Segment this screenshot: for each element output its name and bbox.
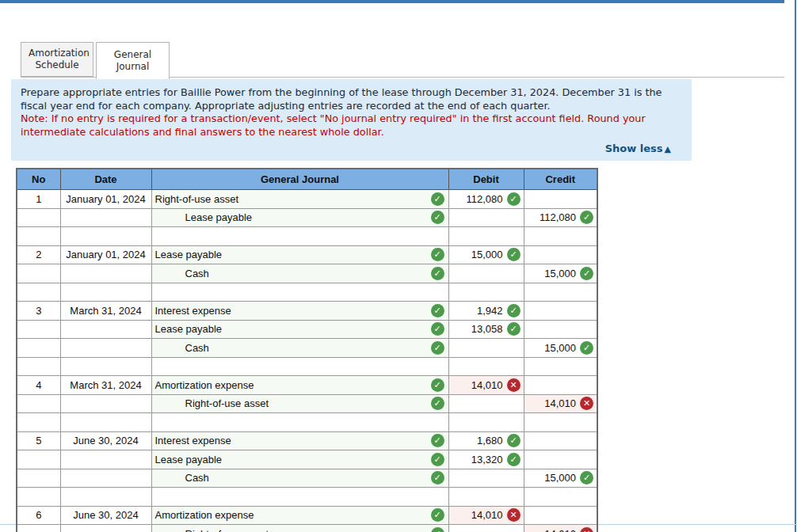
correct-icon: ✓ xyxy=(431,508,444,522)
empty-cell xyxy=(151,227,448,246)
empty-cell xyxy=(448,357,524,376)
account-field[interactable]: Lease payable✓ xyxy=(151,320,448,339)
credit-field[interactable]: 15,000✓ xyxy=(524,469,597,488)
entry-date xyxy=(60,469,151,488)
correct-icon: ✓ xyxy=(507,453,521,466)
account-field[interactable]: Interest expense✓ xyxy=(151,302,448,321)
spacer-row xyxy=(17,227,597,246)
journal-row: 4March 31, 2024Amortization expense✓14,0… xyxy=(17,376,597,395)
account-field-content: Amortization expense✓ xyxy=(152,378,448,392)
debit-field[interactable]: 14,010✕ xyxy=(448,376,524,395)
empty-cell xyxy=(17,357,60,376)
column-header-credit: Credit xyxy=(524,169,597,190)
entry-number xyxy=(17,320,60,339)
credit-field[interactable]: 15,000✓ xyxy=(524,264,597,283)
empty-cell xyxy=(60,488,151,507)
debit-field[interactable]: 13,320✓ xyxy=(448,450,524,469)
account-field[interactable]: Cash✓ xyxy=(151,339,448,358)
debit-value-wrap: 14,010✕ xyxy=(449,508,524,522)
debit-field-empty xyxy=(448,394,524,413)
debit-field[interactable]: 14,010✕ xyxy=(448,506,524,525)
empty-cell xyxy=(524,227,597,246)
account-field[interactable]: Lease payable✓ xyxy=(151,245,448,264)
correct-icon: ✓ xyxy=(431,397,444,410)
account-field[interactable]: Right-of-use asset✓ xyxy=(151,190,448,209)
entry-number xyxy=(17,264,60,283)
tab-amortization-schedule[interactable]: Amortization Schedule xyxy=(21,42,93,77)
incorrect-icon: ✕ xyxy=(580,527,593,532)
account-field[interactable]: Interest expense✓ xyxy=(151,431,448,450)
debit-field[interactable]: 1,680✓ xyxy=(448,431,524,450)
credit-field[interactable]: 15,000✓ xyxy=(524,339,597,358)
empty-cell xyxy=(524,283,597,302)
account-field[interactable]: Cash✓ xyxy=(151,264,448,283)
debit-amount: 112,080 xyxy=(466,193,502,205)
spacer-row xyxy=(17,413,597,432)
journal-row: 5June 30, 2024Interest expense✓1,680✓ xyxy=(17,431,597,450)
journal-row: Cash✓15,000✓ xyxy=(17,469,597,488)
empty-cell xyxy=(524,413,597,432)
empty-cell xyxy=(60,357,151,376)
account-field[interactable]: Amortization expense✓ xyxy=(151,376,448,395)
correct-icon: ✓ xyxy=(507,322,521,336)
debit-field[interactable]: 15,000✓ xyxy=(448,245,524,264)
entry-date xyxy=(60,450,151,469)
debit-field[interactable]: 1,942✓ xyxy=(448,302,524,321)
account-name: Lease payable xyxy=(155,323,223,335)
debit-field-empty xyxy=(448,208,524,227)
journal-row: Cash✓15,000✓ xyxy=(17,264,597,283)
correct-icon: ✓ xyxy=(580,267,593,280)
account-field[interactable]: Right-of-use asset✓ xyxy=(151,525,448,532)
instructions-note: Note: If no entry is required for a tran… xyxy=(21,112,681,139)
correct-icon: ✓ xyxy=(431,378,444,392)
account-field-content: Lease payable✓ xyxy=(152,211,448,224)
account-field-content: Lease payable✓ xyxy=(152,322,448,336)
entry-date xyxy=(60,320,151,339)
debit-field[interactable]: 13,058✓ xyxy=(448,320,524,339)
entry-number xyxy=(17,339,60,358)
account-name: Right-of-use asset xyxy=(185,528,269,532)
entry-number: 4 xyxy=(17,376,60,395)
debit-amount: 14,010 xyxy=(471,379,503,391)
account-name: Amortization expense xyxy=(155,379,254,391)
credit-field-empty xyxy=(524,431,597,450)
debit-field-empty xyxy=(448,264,524,283)
tab-general-journal[interactable]: General Journal xyxy=(96,42,170,79)
header-row: No Date General Journal Debit Credit xyxy=(17,169,597,190)
account-field[interactable]: Cash✓ xyxy=(151,469,448,488)
correct-icon: ✓ xyxy=(580,211,593,224)
empty-cell xyxy=(151,357,448,376)
credit-field[interactable]: 14,010✕ xyxy=(524,525,597,532)
credit-amount: 15,000 xyxy=(544,268,576,279)
credit-field-empty xyxy=(524,506,597,525)
credit-field[interactable]: 112,080✓ xyxy=(524,208,597,227)
show-less-link[interactable]: Show less▲ xyxy=(605,142,671,157)
credit-field[interactable]: 14,010✕ xyxy=(524,394,597,413)
column-header-debit: Debit xyxy=(448,169,524,190)
entry-number xyxy=(17,450,60,469)
account-field[interactable]: Amortization expense✓ xyxy=(151,506,448,525)
account-field[interactable]: Lease payable✓ xyxy=(151,208,448,227)
credit-field-empty xyxy=(524,320,597,339)
account-field[interactable]: Right-of-use asset✓ xyxy=(151,394,448,413)
empty-cell xyxy=(151,413,448,432)
account-name: Interest expense xyxy=(155,305,231,317)
debit-value-wrap: 1,942✓ xyxy=(449,304,524,317)
credit-value-wrap: 15,000✓ xyxy=(524,267,597,280)
empty-cell xyxy=(60,283,151,302)
incorrect-icon: ✕ xyxy=(507,378,521,392)
account-name: Cash xyxy=(185,268,209,279)
journal-table: No Date General Journal Debit Credit 1Ja… xyxy=(16,168,598,532)
journal-row: Right-of-use asset✓14,010✕ xyxy=(17,394,597,413)
account-field[interactable]: Lease payable✓ xyxy=(151,450,448,469)
credit-amount: 15,000 xyxy=(544,472,576,484)
debit-field[interactable]: 112,080✓ xyxy=(448,190,524,209)
entry-number: 6 xyxy=(17,506,60,525)
empty-cell xyxy=(60,227,151,246)
credit-amount: 112,080 xyxy=(540,211,576,223)
debit-amount: 1,942 xyxy=(477,305,503,317)
debit-value-wrap: 15,000✓ xyxy=(449,248,524,261)
account-name: Cash xyxy=(185,342,209,354)
credit-value-wrap: 14,010✕ xyxy=(524,397,597,410)
show-less-label: Show less xyxy=(605,142,663,154)
